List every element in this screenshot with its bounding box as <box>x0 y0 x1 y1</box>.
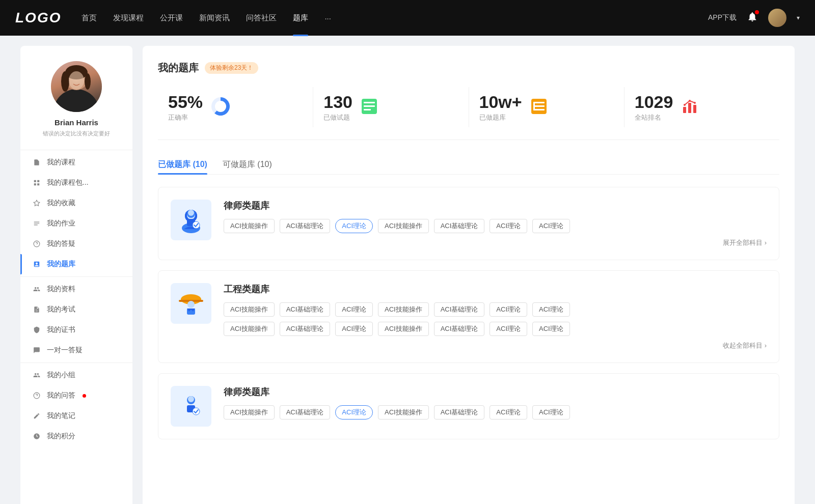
exams-icon <box>33 305 41 314</box>
tag-lawyer-1-2[interactable]: ACI理论 <box>335 219 373 233</box>
tags-row-lawyer-2: ACI技能操作 ACI基础理论 ACI理论 ACI技能操作 ACI基础理论 AC… <box>224 405 767 419</box>
qbank-icon <box>33 260 41 268</box>
user-dropdown-arrow[interactable]: ▾ <box>797 14 800 21</box>
sidebar-item-notes[interactable]: 我的笔记 <box>20 406 132 426</box>
nav-discover[interactable]: 发现课程 <box>113 11 144 25</box>
page-title: 我的题库 <box>158 61 199 75</box>
stats-row: 55% 正确率 130 已做试题 <box>158 87 779 140</box>
svg-point-4 <box>85 73 91 90</box>
tag-lawyer-2-3[interactable]: ACI技能操作 <box>378 405 429 419</box>
nav-more[interactable]: ··· <box>324 12 331 24</box>
tag-lawyer-2-1[interactable]: ACI基础理论 <box>280 405 331 419</box>
svg-rect-23 <box>533 102 545 103</box>
svg-rect-27 <box>683 107 686 113</box>
sidebar-item-certificate[interactable]: 我的证书 <box>20 320 132 340</box>
tag-eng-2-0[interactable]: ACI技能操作 <box>224 322 275 336</box>
tag-lawyer-1-5[interactable]: ACI理论 <box>490 219 527 233</box>
tag-eng-2-3[interactable]: ACI技能操作 <box>378 322 429 336</box>
sidebar-item-favorites[interactable]: 我的收藏 <box>20 193 132 213</box>
nav-menu: 首页 发现课程 公开课 新闻资讯 问答社区 题库 ··· <box>82 11 708 25</box>
tag-eng-1-6[interactable]: ACI理论 <box>532 302 570 317</box>
notification-dot <box>755 10 759 14</box>
tag-lawyer-1-0[interactable]: ACI技能操作 <box>224 219 275 233</box>
tag-lawyer-2-6[interactable]: ACI理论 <box>532 405 570 419</box>
nav-news[interactable]: 新闻资讯 <box>199 11 230 25</box>
trial-badge: 体验剩余23天！ <box>205 62 258 74</box>
svg-rect-25 <box>533 109 545 110</box>
sidebar-item-one-on-one[interactable]: 一对一答疑 <box>20 340 132 360</box>
sidebar-item-points[interactable]: 我的积分 <box>20 426 132 446</box>
divider-2 <box>20 276 132 277</box>
tag-eng-1-0[interactable]: ACI技能操作 <box>224 302 275 317</box>
stat-ranking: 1029 全站排名 <box>624 87 779 127</box>
tag-eng-2-4[interactable]: ACI基础理论 <box>434 322 485 336</box>
tag-eng-1-4[interactable]: ACI基础理论 <box>434 302 485 317</box>
tag-eng-2-6[interactable]: ACI理论 <box>532 322 570 336</box>
sidebar-item-questions[interactable]: 我的问答 <box>20 385 132 406</box>
page-title-row: 我的题库 体验剩余23天！ <box>158 61 779 75</box>
sidebar-item-materials[interactable]: 我的资料 <box>20 279 132 299</box>
user-avatar <box>51 61 102 112</box>
stat-done-questions-value: 130 <box>323 92 352 112</box>
sidebar-label-materials: 我的资料 <box>47 285 75 294</box>
main-content: 我的题库 体验剩余23天！ 55% 正确率 <box>143 46 795 504</box>
user-avatar-nav[interactable] <box>768 9 786 27</box>
tag-lawyer-2-0[interactable]: ACI技能操作 <box>224 405 275 419</box>
nav-opencourse[interactable]: 公开课 <box>160 11 183 25</box>
homework-icon <box>33 219 41 228</box>
tag-lawyer-2-5[interactable]: ACI理论 <box>490 405 527 419</box>
sidebar-label-homework: 我的作业 <box>47 219 75 228</box>
tag-lawyer-1-3[interactable]: ACI技能操作 <box>378 219 429 233</box>
expand-link-engineer[interactable]: 收起全部科目 › <box>224 341 767 350</box>
tag-lawyer-2-2[interactable]: ACI理论 <box>335 405 373 419</box>
nav-home[interactable]: 首页 <box>82 11 97 25</box>
tag-eng-2-2[interactable]: ACI理论 <box>335 322 373 336</box>
sidebar-label-favorites: 我的收藏 <box>47 199 75 208</box>
tab-available-banks[interactable]: 可做题库 (10) <box>223 155 272 174</box>
tag-lawyer-1-6[interactable]: ACI理论 <box>532 219 570 233</box>
expand-link-lawyer-1[interactable]: 展开全部科目 › <box>224 238 767 247</box>
navbar-right: APP下载 ▾ <box>708 9 800 27</box>
stat-ranking-value: 1029 <box>635 92 673 112</box>
tag-lawyer-1-4[interactable]: ACI基础理论 <box>434 219 485 233</box>
sidebar-item-qa[interactable]: 我的答疑 <box>20 234 132 254</box>
app-download-button[interactable]: APP下载 <box>708 13 737 22</box>
sidebar-label-group: 我的小组 <box>47 371 75 380</box>
tag-eng-2-5[interactable]: ACI理论 <box>490 322 527 336</box>
nav-questions[interactable]: 题库 <box>293 11 308 25</box>
tag-eng-1-1[interactable]: ACI基础理论 <box>280 302 331 317</box>
logo: LOGO <box>15 10 61 26</box>
sidebar-item-qbank[interactable]: 我的题库 <box>20 254 132 274</box>
sidebar: Brian Harris 错误的决定比没有决定要好 我的课程 我的课程包... <box>20 46 132 504</box>
tag-eng-2-1[interactable]: ACI基础理论 <box>280 322 331 336</box>
qbank-card-lawyer-2: 律师类题库 ACI技能操作 ACI基础理论 ACI理论 ACI技能操作 ACI基… <box>158 373 779 439</box>
tab-done-banks[interactable]: 已做题库 (10) <box>158 155 207 174</box>
nav-qa[interactable]: 问答社区 <box>246 11 277 25</box>
sidebar-item-homework[interactable]: 我的作业 <box>20 213 132 234</box>
done-questions-icon <box>360 97 379 118</box>
tag-eng-1-5[interactable]: ACI理论 <box>490 302 527 317</box>
sidebar-item-group[interactable]: 我的小组 <box>20 365 132 385</box>
sidebar-item-course[interactable]: 我的课程 <box>20 152 132 173</box>
sidebar-label-qa: 我的答疑 <box>47 239 75 248</box>
stat-done-banks-label: 已做题库 <box>479 113 522 122</box>
tag-eng-1-3[interactable]: ACI技能操作 <box>378 302 429 317</box>
svg-rect-20 <box>364 105 375 107</box>
tag-lawyer-2-4[interactable]: ACI基础理论 <box>434 405 485 419</box>
sidebar-label-notes: 我的笔记 <box>47 411 75 421</box>
points-icon <box>33 432 41 440</box>
qbank-title-engineer: 工程类题库 <box>224 283 767 295</box>
svg-rect-8 <box>34 183 36 185</box>
stat-accuracy: 55% 正确率 <box>158 87 313 127</box>
sidebar-item-exams[interactable]: 我的考试 <box>20 299 132 320</box>
tag-lawyer-1-1[interactable]: ACI基础理论 <box>280 219 331 233</box>
stat-done-banks: 10w+ 已做题库 <box>469 87 624 127</box>
sidebar-item-coursepack[interactable]: 我的课程包... <box>20 173 132 193</box>
svg-point-5 <box>69 71 84 90</box>
qbank-title-lawyer-2: 律师类题库 <box>224 386 767 398</box>
notification-icon[interactable] <box>747 11 758 24</box>
tag-eng-1-2[interactable]: ACI理论 <box>335 302 373 317</box>
one-on-one-icon <box>33 346 41 354</box>
svg-point-17 <box>215 101 226 112</box>
svg-rect-29 <box>693 105 696 113</box>
